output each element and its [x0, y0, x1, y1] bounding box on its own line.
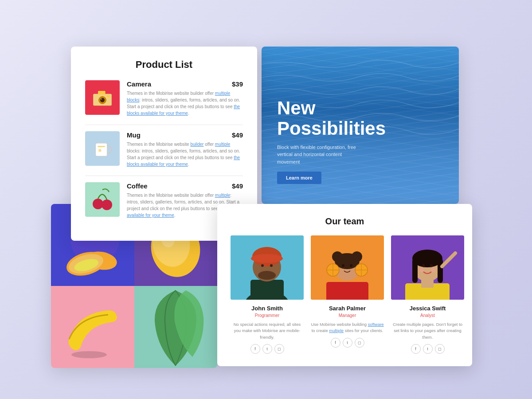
member-role-john: Programmer [231, 313, 304, 318]
svg-point-5 [101, 98, 102, 100]
hero-card: New Possibilities Block with flexible co… [262, 47, 459, 204]
svg-rect-24 [250, 280, 284, 300]
svg-rect-46 [412, 258, 418, 283]
instagram-icon-sarah[interactable]: ◻ [355, 338, 364, 348]
svg-point-49 [430, 264, 433, 267]
team-title: Our team [231, 216, 459, 227]
hero-background: New Possibilities Block with flexible co… [262, 47, 459, 204]
facebook-icon-jessica[interactable]: f [411, 344, 421, 354]
member-photo-sarah [311, 235, 384, 300]
svg-point-30 [258, 271, 276, 280]
svg-point-27 [251, 254, 283, 263]
svg-rect-6 [107, 95, 110, 97]
member-desc-sarah: Use Mobirise website building software t… [311, 321, 384, 334]
hero-subtitle: Block with flexible configuration, free … [277, 144, 366, 166]
svg-point-9 [98, 149, 102, 152]
product-item-mug: Mug $49 Themes in the Mobirise website b… [85, 131, 243, 168]
svg-point-38 [350, 264, 352, 267]
product-name-mug: Mug [127, 131, 141, 139]
product-price-mug: $49 [232, 131, 243, 139]
gallery-cell-4 [134, 286, 218, 368]
product-image-mug [85, 131, 120, 166]
member-photo-john [231, 235, 304, 300]
member-role-jessica: Analyst [391, 313, 464, 318]
product-desc-mug: Themes in the Mobirise website builder o… [127, 141, 243, 168]
svg-rect-47 [438, 258, 443, 283]
member-desc-john: No special actions required, all sites y… [231, 321, 304, 340]
svg-point-11 [102, 200, 112, 210]
facebook-icon-john[interactable]: f [250, 344, 260, 354]
member-name-sarah: Sarah Palmer [311, 305, 384, 312]
product-item-camera: Camera $39 Themes in the Mobirise websit… [85, 80, 243, 117]
twitter-icon-jessica[interactable]: t [423, 344, 433, 354]
svg-point-50 [419, 268, 424, 272]
member-photo-jessica [391, 235, 464, 300]
member-name-jessica: Jessica Swift [391, 305, 464, 312]
hero-learn-more-button[interactable]: Learn more [277, 172, 321, 184]
team-card: Our team [217, 204, 472, 366]
svg-rect-32 [326, 282, 368, 300]
svg-point-51 [431, 268, 435, 272]
product-price-coffee: $49 [232, 182, 243, 190]
product-list-title: Product List [85, 59, 243, 70]
svg-point-37 [342, 264, 344, 267]
svg-rect-8 [98, 146, 105, 147]
hero-title-line1: New [277, 98, 315, 118]
product-info-camera: Camera $39 Themes in the Mobirise websit… [127, 80, 243, 117]
gallery-cell-3 [51, 286, 134, 368]
svg-rect-2 [98, 91, 106, 94]
hero-title-line2: Possibilities [277, 118, 386, 139]
product-price-camera: $39 [232, 80, 243, 88]
social-icons-sarah: f t ◻ [311, 338, 384, 348]
twitter-icon-sarah[interactable]: t [343, 338, 352, 348]
hero-content: New Possibilities Block with flexible co… [277, 98, 386, 184]
product-name-coffee: Coffee [127, 182, 148, 190]
svg-point-21 [71, 351, 107, 358]
facebook-icon-sarah[interactable]: f [331, 338, 340, 348]
team-member-jessica: Jessica Swift Analyst Create multiple pa… [391, 235, 464, 354]
svg-point-48 [422, 264, 425, 267]
svg-point-28 [261, 264, 264, 267]
member-desc-jessica: Create multiple pages. Don't forget to s… [391, 321, 464, 340]
team-members: John Smith Programmer No special actions… [231, 235, 459, 354]
svg-rect-7 [95, 143, 107, 156]
product-image-camera [85, 80, 120, 115]
social-icons-john: f t ◻ [231, 344, 304, 354]
product-info-mug: Mug $49 Themes in the Mobirise website b… [127, 131, 243, 168]
member-role-sarah: Manager [311, 313, 384, 318]
svg-point-29 [270, 264, 273, 267]
twitter-icon-john[interactable]: t [262, 344, 272, 354]
team-member-john: John Smith Programmer No special actions… [231, 235, 304, 354]
instagram-icon-jessica[interactable]: ◻ [435, 344, 445, 354]
team-member-sarah: Sarah Palmer Manager Use Mobirise websit… [311, 235, 384, 354]
member-name-john: John Smith [231, 305, 304, 312]
product-image-coffee [85, 182, 120, 217]
product-name-camera: Camera [127, 80, 151, 88]
hero-title: New Possibilities [277, 98, 386, 139]
instagram-icon-john[interactable]: ◻ [274, 344, 284, 354]
product-desc-camera: Themes in the Mobirise website builder o… [127, 90, 243, 117]
social-icons-jessica: f t ◻ [391, 344, 464, 354]
